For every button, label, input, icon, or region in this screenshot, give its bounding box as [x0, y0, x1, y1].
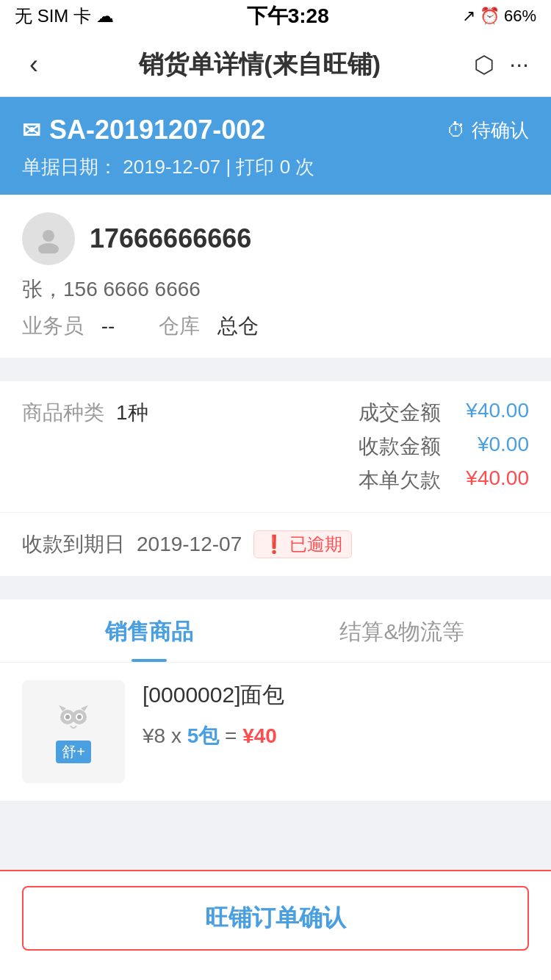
tab-settlement[interactable]: 结算&物流等: [276, 599, 529, 662]
sales-meta: 业务员 --: [22, 312, 115, 340]
received-label: 收款金额: [359, 433, 441, 461]
order-date: 单据日期： 2019-12-07 | 打印 0 次: [22, 154, 529, 180]
sales-label: 业务员: [22, 314, 84, 337]
avatar: [22, 212, 75, 265]
divider-1: [0, 370, 551, 381]
tab-sales-label: 销售商品: [105, 619, 193, 644]
status-bar: 无 SIM 卡 ☁ 下午3:28 ↗ ⏰ 66%: [0, 0, 551, 32]
product-item: 舒+ [0000002]面包 ¥8 x 5包 = ¥40: [22, 680, 529, 783]
due-section: 收款到期日 2019-12-07 ❗ 已逾期: [0, 512, 551, 576]
svg-point-0: [43, 230, 54, 242]
tabs-section: 销售商品 结算&物流等: [0, 599, 551, 663]
customer-meta: 业务员 -- 仓库 总仓: [22, 312, 529, 340]
order-header: ✉ SA-20191207-002 ⏱ 待确认 单据日期： 2019-12-07…: [0, 97, 551, 195]
price-quantity: 5包: [187, 724, 220, 747]
product-info: [0000002]面包 ¥8 x 5包 = ¥40: [143, 680, 529, 750]
status-right: ↗ ⏰ 66%: [462, 7, 536, 26]
price-total: ¥40: [242, 724, 277, 747]
no-sim-text: 无 SIM 卡 ☁: [15, 4, 114, 28]
divider-2: [0, 588, 551, 599]
product-section: 舒+ [0000002]面包 ¥8 x 5包 = ¥40: [0, 663, 551, 801]
more-icon[interactable]: ···: [509, 51, 529, 78]
svg-point-1: [38, 243, 59, 253]
type-value: 1种: [116, 399, 148, 427]
svg-point-7: [77, 715, 82, 719]
thumb-label: 舒+: [56, 741, 91, 763]
confirm-order-label: 旺铺订单确认: [205, 902, 346, 934]
overdue-badge: ❗ 已逾期: [253, 530, 352, 558]
customer-phone: 17666666666: [90, 223, 251, 254]
customer-section: 17666666666 张，156 6666 6666 业务员 -- 仓库 总仓: [0, 195, 551, 358]
price-unit: ¥8: [143, 724, 165, 747]
tabs-bar: 销售商品 结算&物流等: [0, 599, 551, 663]
print-info: | 打印 0 次: [226, 156, 314, 178]
bottom-bar: 旺铺订单确认: [0, 870, 551, 980]
battery-text: ↗ ⏰ 66%: [462, 7, 536, 26]
price-multiply: x: [171, 724, 187, 747]
tab-sales-product[interactable]: 销售商品: [22, 599, 276, 662]
confirm-order-button[interactable]: 旺铺订单确认: [22, 886, 529, 951]
owed-value: ¥40.00: [455, 466, 529, 494]
order-id-text: SA-20191207-002: [49, 115, 265, 145]
owed-label: 本单欠款: [359, 466, 441, 494]
date-value: 2019-12-07: [123, 156, 220, 178]
tab-settlement-label: 结算&物流等: [339, 619, 464, 644]
page-title: 销货单详情(来自旺铺): [46, 48, 474, 82]
status-left: 无 SIM 卡 ☁: [15, 4, 114, 28]
nav-bar: ‹ 销货单详情(来自旺铺) ⬡ ···: [0, 32, 551, 97]
due-value: 2019-12-07: [137, 533, 242, 556]
status-text: 待确认: [472, 118, 529, 143]
share-icon[interactable]: ⬡: [474, 51, 494, 79]
overdue-text: 已逾期: [289, 533, 342, 556]
status-time: 下午3:28: [247, 2, 329, 30]
due-label: 收款到期日: [22, 530, 125, 558]
amounts: 成交金额 ¥40.00 收款金额 ¥0.00 本单欠款 ¥40.00: [359, 399, 529, 494]
warehouse-value: 总仓: [217, 314, 259, 337]
order-icon: ✉: [22, 118, 40, 143]
order-id: ✉ SA-20191207-002: [22, 115, 265, 145]
summary-section: 商品种类 1种 成交金额 ¥40.00 收款金额 ¥0.00 本单欠款 ¥40.…: [0, 381, 551, 512]
type-label: 商品种类: [22, 399, 104, 427]
clock-icon: ⏱: [447, 119, 466, 142]
product-name: [0000002]面包: [143, 680, 529, 710]
product-thumbnail: 舒+: [22, 680, 125, 783]
product-price: ¥8 x 5包 = ¥40: [143, 722, 529, 750]
amount-value: ¥40.00: [455, 399, 529, 427]
back-button[interactable]: ‹: [22, 42, 46, 87]
svg-point-6: [65, 715, 70, 719]
overdue-icon: ❗: [263, 534, 285, 555]
order-status: ⏱ 待确认: [447, 118, 529, 143]
price-equals: =: [225, 724, 242, 747]
warehouse-label: 仓库: [159, 314, 200, 337]
customer-name: 张，156 6666 6666: [22, 275, 529, 303]
date-label: 单据日期：: [22, 156, 118, 178]
received-value: ¥0.00: [455, 433, 529, 461]
amount-label: 成交金额: [359, 399, 441, 427]
nav-actions: ⬡ ···: [474, 51, 529, 79]
warehouse-meta: 仓库 总仓: [159, 312, 259, 340]
sales-value: --: [101, 314, 115, 337]
